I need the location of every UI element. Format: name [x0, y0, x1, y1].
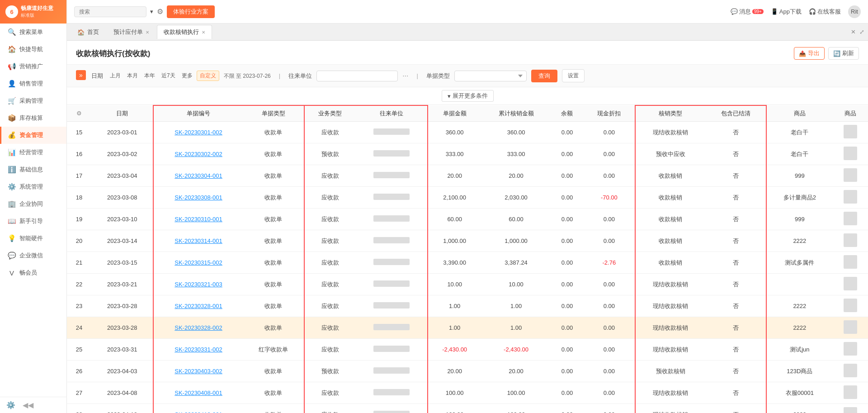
row-amount: 360.00 [428, 122, 481, 143]
doc-link[interactable]: SK-20230418-001 [175, 411, 222, 413]
date-btn-more[interactable]: 更多 [179, 71, 195, 81]
topbar-dropdown-button[interactable]: ▾ [150, 8, 153, 15]
sidebar-item-vip[interactable]: V 畅会员 [0, 264, 66, 281]
row-goods: 老白干 [766, 122, 832, 143]
sidebar-item-hardware[interactable]: 💡 智能硬件 [0, 230, 66, 247]
row-goods2 [832, 209, 868, 230]
doc-link[interactable]: SK-20230314-001 [175, 237, 222, 244]
topbar-gear-icon[interactable]: ⚙ [157, 7, 163, 16]
col-date: 日期 [91, 105, 153, 122]
refresh-button[interactable]: 🔄 刷新 [828, 47, 859, 60]
expand-conditions-button[interactable]: ▾ 展开更多条件 [442, 90, 494, 102]
row-goods: 测试jun [766, 339, 832, 361]
sidebar-item-purchase-label: 采购管理 [19, 97, 43, 105]
doc-link[interactable]: SK-20230321-003 [175, 281, 222, 288]
row-doc-type: 收款单 [243, 209, 304, 230]
row-cancel-type: 现结收款核销 [635, 382, 705, 404]
sidebar-item-wechat[interactable]: 💬 企业微信 [0, 247, 66, 264]
col-balance: 余额 [551, 105, 583, 122]
doc-link[interactable]: SK-20230315-002 [175, 259, 222, 266]
sidebar-item-search[interactable]: 🔍 搜索菜单 [0, 24, 66, 41]
date-btn-7days[interactable]: 近7天 [159, 71, 178, 81]
export-button[interactable]: 📤 导出 [794, 47, 825, 60]
table-body: 15 2023-03-01 SK-20230301-002 收款单 应收款 36… [67, 122, 868, 413]
row-included: 否 [705, 122, 766, 143]
doc-link[interactable]: SK-20230403-002 [175, 368, 222, 375]
tab-prepay[interactable]: 预计应付单 ✕ [107, 25, 156, 39]
sidebar-item-sales[interactable]: 👤 销售管理 [0, 75, 66, 92]
sidebar-collapse-icon[interactable]: ◀◀ [23, 401, 33, 409]
partner-filter-input[interactable] [316, 71, 398, 81]
logo-sub: 标准版 [21, 12, 53, 19]
date-btn-custom[interactable]: 自定义 [197, 71, 219, 81]
doc-link[interactable]: SK-20230408-001 [175, 389, 222, 396]
doc-link[interactable]: SK-20230331-002 [175, 346, 222, 353]
col-included: 包含已结清 [705, 105, 766, 122]
date-btn-this-month[interactable]: 本月 [125, 71, 140, 81]
row-doc-type: 收款单 [243, 361, 304, 382]
row-goods [766, 274, 832, 295]
row-biz-type: 应收款 [304, 317, 356, 339]
row-date: 2023-03-02 [91, 143, 153, 165]
row-cancel-type: 收款核销 [635, 209, 705, 230]
table-row: 22 2023-03-21 SK-20230321-003 收款单 应收款 10… [67, 274, 868, 295]
row-no: 19 [67, 209, 91, 230]
doc-link[interactable]: SK-20230304-001 [175, 172, 222, 179]
table-row: 28 2023-04-18 SK-20230418-001 收款单 应收款 10… [67, 404, 868, 413]
sidebar-item-finance[interactable]: 💰 资金管理 [0, 127, 66, 144]
tab-collection[interactable]: 收款核销执行 ✕ [157, 25, 212, 39]
col-settings[interactable]: ⚙ [67, 105, 91, 122]
row-balance: 0.00 [551, 187, 583, 209]
message-btn[interactable]: 💬 消息 99+ [731, 8, 764, 16]
sidebar-item-purchase[interactable]: 🛒 采购管理 [0, 92, 66, 109]
sidebar-item-enterprise[interactable]: 🏢 企业协同 [0, 195, 66, 213]
row-doc-type: 收款单 [243, 143, 304, 165]
search-input[interactable] [74, 6, 146, 17]
sidebar-item-marketing[interactable]: 📢 营销推广 [0, 58, 66, 75]
row-discount: 0.00 [584, 122, 636, 143]
row-doc-no: SK-20230301-002 [153, 122, 243, 143]
tab-prepay-close[interactable]: ✕ [146, 30, 149, 35]
tab-expand-icon[interactable]: ⤢ [859, 28, 864, 35]
row-settled: 100.00 [481, 382, 551, 404]
sidebar-item-nav[interactable]: 🏠 快捷导航 [0, 41, 66, 58]
tab-collection-close[interactable]: ✕ [202, 30, 205, 35]
tab-home-label: 首页 [87, 28, 99, 36]
app-download-btn[interactable]: 📱 App下载 [771, 8, 802, 16]
row-discount: 0.00 [584, 165, 636, 187]
row-amount: 3,390.00 [428, 252, 481, 274]
industry-btn[interactable]: 体验行业方案 [167, 5, 215, 18]
doc-link[interactable]: SK-20230328-001 [175, 303, 222, 309]
logo-title: 畅康道好生意 [21, 5, 53, 12]
online-service-btn[interactable]: 🎧 在线客服 [809, 8, 841, 16]
sidebar-item-inventory-label: 库存核算 [19, 114, 43, 122]
doc-link[interactable]: SK-20230310-001 [175, 216, 222, 223]
purchase-icon: 🛒 [8, 97, 16, 105]
avatar[interactable]: Rit [848, 5, 861, 18]
filter-settings-button[interactable]: 设置 [562, 69, 585, 82]
row-partner [356, 252, 427, 274]
sidebar-item-operation[interactable]: 📊 经营管理 [0, 144, 66, 161]
tab-close-all-icon[interactable]: ✕ [851, 28, 856, 35]
date-btn-this-year[interactable]: 本年 [142, 71, 157, 81]
sales-icon: 👤 [8, 80, 16, 88]
doc-type-filter-select[interactable] [454, 71, 527, 81]
filter-toggle-button[interactable]: » [76, 70, 86, 80]
table-row: 15 2023-03-01 SK-20230301-002 收款单 应收款 36… [67, 122, 868, 143]
col-amount: 单据金额 [428, 105, 481, 122]
settings-gear-icon[interactable]: ⚙️ [6, 401, 15, 409]
column-settings-icon[interactable]: ⚙ [76, 110, 82, 117]
sidebar-item-guide[interactable]: 📖 新手引导 [0, 213, 66, 230]
doc-link[interactable]: SK-20230302-002 [175, 151, 222, 157]
row-partner [356, 361, 427, 382]
sidebar-item-inventory[interactable]: 📦 库存核算 [0, 109, 66, 127]
date-btn-last-month[interactable]: 上月 [108, 71, 123, 81]
sidebar-item-system[interactable]: ⚙️ 系统管理 [0, 178, 66, 195]
doc-link[interactable]: SK-20230301-002 [175, 129, 222, 136]
query-button[interactable]: 查询 [531, 70, 557, 82]
doc-link[interactable]: SK-20230308-001 [175, 194, 222, 201]
col-settled: 累计核销金额 [481, 105, 551, 122]
sidebar-item-basic[interactable]: ℹ️ 基础信息 [0, 161, 66, 178]
doc-link[interactable]: SK-20230328-002 [175, 324, 222, 331]
tab-home[interactable]: 🏠 首页 [71, 25, 106, 39]
